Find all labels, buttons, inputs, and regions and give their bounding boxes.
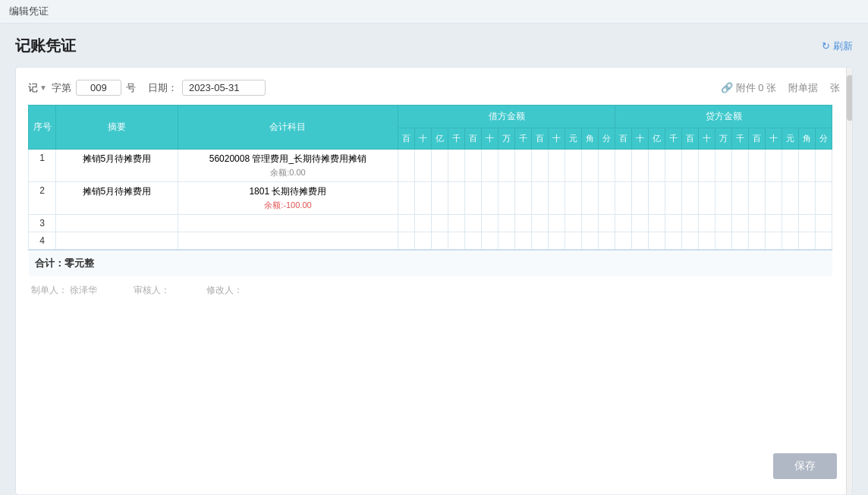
row-debit-4[interactable] [465, 182, 482, 215]
row-credit-4[interactable] [682, 232, 699, 251]
voucher-number-input[interactable] [76, 80, 121, 96]
row-debit-7[interactable] [515, 215, 532, 232]
row-debit-5[interactable] [482, 150, 498, 182]
row-credit-7[interactable] [732, 215, 749, 232]
row-credit-5[interactable] [699, 150, 715, 182]
row-credit-4[interactable] [682, 150, 699, 182]
table-row[interactable]: 1摊销5月待摊费用56020008 管理费用_长期待摊费用摊销余额:0.00 [29, 150, 832, 182]
refresh-button[interactable]: ↻ 刷新 [822, 39, 853, 53]
row-credit-6[interactable] [715, 215, 732, 232]
row-credit-11[interactable] [799, 215, 816, 232]
row-credit-11[interactable] [799, 232, 816, 251]
type-select[interactable]: 记 ▼ [28, 81, 47, 95]
row-debit-11[interactable] [582, 182, 599, 215]
row-debit-9[interactable] [549, 150, 565, 182]
row-credit-4[interactable] [682, 215, 699, 232]
row-credit-10[interactable] [782, 150, 799, 182]
row-debit-5[interactable] [482, 232, 498, 251]
row-debit-8[interactable] [532, 215, 549, 232]
attach-link[interactable]: 🔗 附件 0 张 [721, 81, 776, 95]
row-credit-11[interactable] [799, 150, 816, 182]
row-debit-10[interactable] [565, 232, 582, 251]
row-credit-10[interactable] [782, 182, 799, 215]
row-debit-3[interactable] [448, 150, 465, 182]
row-debit-12[interactable] [599, 182, 615, 215]
row-credit-9[interactable] [766, 232, 782, 251]
row-summary[interactable]: 摊销5月待摊费用 [56, 150, 178, 182]
row-credit-0[interactable] [615, 215, 632, 232]
row-debit-9[interactable] [549, 182, 565, 215]
row-credit-1[interactable] [632, 215, 649, 232]
row-debit-11[interactable] [582, 232, 599, 251]
row-debit-8[interactable] [532, 232, 549, 251]
row-credit-2[interactable] [649, 215, 665, 232]
row-credit-7[interactable] [732, 150, 749, 182]
row-credit-2[interactable] [649, 150, 665, 182]
row-debit-6[interactable] [498, 232, 515, 251]
row-credit-5[interactable] [699, 182, 715, 215]
table-row[interactable]: 2摊销5月待摊费用1801 长期待摊费用余额:-100.00 [29, 182, 832, 215]
row-credit-9[interactable] [766, 215, 782, 232]
row-debit-12[interactable] [599, 215, 615, 232]
row-credit-6[interactable] [715, 182, 732, 215]
row-credit-4[interactable] [682, 182, 699, 215]
row-debit-4[interactable] [465, 232, 482, 251]
row-subject[interactable] [178, 215, 398, 232]
row-credit-7[interactable] [732, 182, 749, 215]
row-credit-8[interactable] [749, 150, 766, 182]
row-debit-7[interactable] [515, 182, 532, 215]
attach-sheets-button[interactable]: 附单据 [788, 81, 818, 95]
row-debit-6[interactable] [498, 150, 515, 182]
row-credit-5[interactable] [699, 215, 715, 232]
row-debit-2[interactable] [432, 150, 448, 182]
row-credit-8[interactable] [749, 215, 766, 232]
row-credit-10[interactable] [782, 215, 799, 232]
row-subject[interactable] [178, 232, 398, 251]
row-debit-0[interactable] [398, 215, 415, 232]
row-credit-0[interactable] [615, 182, 632, 215]
row-debit-0[interactable] [398, 182, 415, 215]
row-credit-10[interactable] [782, 232, 799, 251]
row-credit-8[interactable] [749, 232, 766, 251]
row-credit-12[interactable] [816, 232, 832, 251]
row-debit-9[interactable] [549, 232, 565, 251]
row-debit-0[interactable] [398, 232, 415, 251]
row-debit-10[interactable] [565, 150, 582, 182]
row-debit-5[interactable] [482, 215, 498, 232]
row-credit-9[interactable] [766, 182, 782, 215]
row-debit-10[interactable] [565, 215, 582, 232]
row-debit-6[interactable] [498, 182, 515, 215]
row-credit-6[interactable] [715, 232, 732, 251]
row-debit-9[interactable] [549, 215, 565, 232]
row-debit-1[interactable] [415, 215, 432, 232]
row-credit-2[interactable] [649, 232, 665, 251]
row-credit-3[interactable] [665, 232, 682, 251]
row-credit-6[interactable] [715, 150, 732, 182]
row-summary[interactable] [56, 232, 178, 251]
row-subject[interactable]: 1801 长期待摊费用余额:-100.00 [178, 182, 398, 215]
row-debit-2[interactable] [432, 215, 448, 232]
row-debit-12[interactable] [599, 232, 615, 251]
row-debit-1[interactable] [415, 150, 432, 182]
row-debit-6[interactable] [498, 215, 515, 232]
row-credit-12[interactable] [816, 150, 832, 182]
row-debit-0[interactable] [398, 150, 415, 182]
row-debit-4[interactable] [465, 150, 482, 182]
date-input[interactable] [182, 80, 266, 96]
row-debit-2[interactable] [432, 232, 448, 251]
row-credit-0[interactable] [615, 150, 632, 182]
row-debit-8[interactable] [532, 150, 549, 182]
row-debit-7[interactable] [515, 150, 532, 182]
row-credit-12[interactable] [816, 182, 832, 215]
row-credit-12[interactable] [816, 215, 832, 232]
table-row[interactable]: 4 [29, 232, 832, 251]
row-credit-1[interactable] [632, 182, 649, 215]
row-credit-1[interactable] [632, 150, 649, 182]
row-debit-1[interactable] [415, 182, 432, 215]
scrollbar[interactable] [846, 68, 852, 494]
row-debit-11[interactable] [582, 150, 599, 182]
row-credit-8[interactable] [749, 182, 766, 215]
row-credit-2[interactable] [649, 182, 665, 215]
row-subject[interactable]: 56020008 管理费用_长期待摊费用摊销余额:0.00 [178, 150, 398, 182]
row-credit-5[interactable] [699, 232, 715, 251]
